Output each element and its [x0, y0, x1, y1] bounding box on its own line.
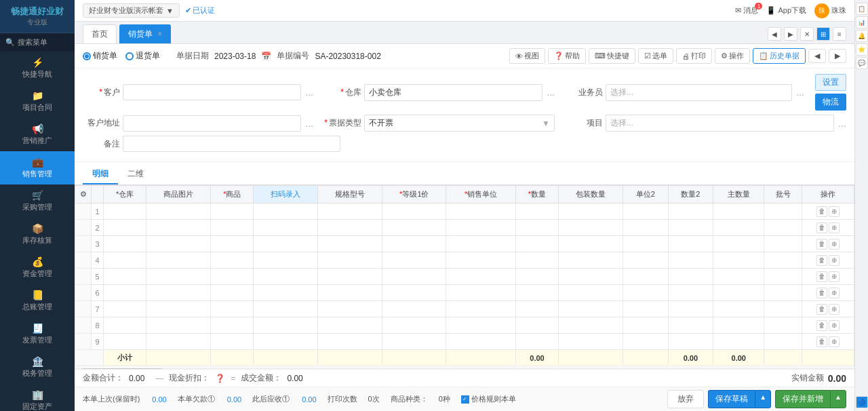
row-main-qty-cell[interactable] — [713, 236, 764, 252]
row-product-cell[interactable] — [211, 220, 254, 236]
row-unit2-cell[interactable] — [623, 252, 669, 269]
row-grade-price-cell[interactable] — [382, 203, 446, 220]
salesperson-dots[interactable]: ... — [796, 87, 804, 98]
row-product-img-cell[interactable] — [146, 269, 211, 285]
row-main-qty-cell[interactable] — [713, 252, 764, 269]
row-grade-price-cell[interactable] — [382, 317, 446, 334]
row-product-cell[interactable] — [211, 269, 254, 285]
row-scan-cell[interactable] — [254, 220, 318, 236]
row-qty-cell[interactable] — [515, 301, 558, 317]
row-pack-qty-cell[interactable] — [559, 285, 623, 301]
row-delete-button[interactable]: 🗑 — [816, 206, 827, 217]
row-copy-button[interactable]: ⊕ — [829, 336, 840, 347]
row-grade-price-cell[interactable] — [382, 252, 446, 269]
row-qty2-cell[interactable] — [668, 269, 713, 285]
row-warehouse-cell[interactable] — [104, 252, 146, 269]
row-qty2-cell[interactable] — [668, 236, 713, 252]
row-unit2-cell[interactable] — [623, 334, 669, 350]
row-copy-button[interactable]: ⊕ — [829, 271, 840, 282]
row-grade-price-cell[interactable] — [382, 220, 446, 236]
radio-return-order[interactable]: 退货单 — [125, 50, 160, 62]
row-main-qty-cell[interactable] — [713, 285, 764, 301]
row-scan-cell[interactable] — [254, 252, 318, 269]
row-delete-button[interactable]: 🗑 — [816, 239, 827, 250]
row-product-img-cell[interactable] — [146, 252, 211, 269]
row-copy-button[interactable]: ⊕ — [829, 288, 840, 298]
row-sales-unit-cell[interactable] — [446, 236, 516, 252]
row-delete-button[interactable]: 🗑 — [816, 288, 827, 298]
view-button[interactable]: 👁 视图 — [509, 48, 545, 64]
customer-addr-input[interactable] — [123, 115, 301, 132]
row-spec-cell[interactable] — [318, 220, 382, 236]
row-pack-qty-cell[interactable] — [559, 252, 623, 269]
tab-prev-button[interactable]: ◀ — [768, 27, 781, 41]
setup-button[interactable]: 设置 — [815, 74, 846, 91]
project-dots[interactable]: ... — [838, 118, 846, 129]
row-unit2-cell[interactable] — [623, 220, 669, 236]
rp-btn-3[interactable]: 🔔 — [856, 30, 868, 42]
row-main-qty-cell[interactable] — [713, 317, 764, 334]
row-unit2-cell[interactable] — [623, 203, 669, 220]
row-spec-cell[interactable] — [318, 203, 382, 220]
sidebar-item-fixed-assets[interactable]: 🏢 固定资产 — [0, 384, 75, 411]
history-button[interactable]: 📋 历史单据 — [753, 48, 806, 64]
row-delete-button[interactable]: 🗑 — [816, 304, 827, 315]
row-sales-unit-cell[interactable] — [446, 203, 516, 220]
row-batch-cell[interactable] — [764, 317, 802, 334]
sidebar-item-inventory[interactable]: 📦 库存核算 — [0, 218, 75, 251]
detail-tab-list[interactable]: 明细 — [83, 165, 118, 184]
row-warehouse-cell[interactable] — [104, 334, 146, 350]
row-scan-cell[interactable] — [254, 285, 318, 301]
row-grade-price-cell[interactable] — [382, 269, 446, 285]
row-delete-button[interactable]: 🗑 — [816, 320, 827, 331]
row-spec-cell[interactable] — [318, 317, 382, 334]
row-batch-cell[interactable] — [764, 236, 802, 252]
row-pack-qty-cell[interactable] — [559, 301, 623, 317]
select-button[interactable]: ☑ 选单 — [638, 48, 673, 64]
calendar-icon[interactable]: 📅 — [261, 52, 271, 61]
salesperson-input[interactable]: 选择... — [606, 84, 792, 101]
project-input[interactable]: 选择... — [606, 115, 834, 132]
radio-sales-order[interactable]: 销货单 — [83, 50, 117, 62]
row-sales-unit-cell[interactable] — [446, 269, 516, 285]
row-spec-cell[interactable] — [318, 334, 382, 350]
col-settings[interactable]: ⚙ — [75, 186, 92, 203]
sidebar-item-project[interactable]: 📁 项目合同 — [0, 85, 75, 118]
row-qty-cell[interactable] — [515, 203, 558, 220]
sidebar-search[interactable]: 🔍 搜索菜单 — [0, 33, 75, 52]
row-qty2-cell[interactable] — [668, 317, 713, 334]
row-sales-unit-cell[interactable] — [446, 301, 516, 317]
row-pack-qty-cell[interactable] — [559, 334, 623, 350]
row-main-qty-cell[interactable] — [713, 334, 764, 350]
row-qty-cell[interactable] — [515, 252, 558, 269]
scrollbar-thumb[interactable] — [81, 368, 163, 369]
row-spec-cell[interactable] — [318, 285, 382, 301]
row-delete-button[interactable]: 🗑 — [816, 336, 827, 347]
shortcuts-button[interactable]: ⌨ 快捷键 — [589, 48, 635, 64]
row-spec-cell[interactable] — [318, 236, 382, 252]
row-product-img-cell[interactable] — [146, 301, 211, 317]
row-scan-cell[interactable] — [254, 334, 318, 350]
row-product-cell[interactable] — [211, 334, 254, 350]
tab-home[interactable]: 首页 — [83, 24, 117, 43]
sidebar-item-invoice[interactable]: 🧾 发票管理 — [0, 317, 75, 351]
save-new-arrow-button[interactable]: ▲ — [830, 390, 846, 408]
app-download-button[interactable]: 📱 App下载 — [766, 5, 806, 16]
row-scan-cell[interactable] — [254, 301, 318, 317]
row-scan-cell[interactable] — [254, 203, 318, 220]
row-batch-cell[interactable] — [764, 334, 802, 350]
row-unit2-cell[interactable] — [623, 236, 669, 252]
row-batch-cell[interactable] — [764, 252, 802, 269]
row-qty2-cell[interactable] — [668, 285, 713, 301]
row-product-cell[interactable] — [211, 236, 254, 252]
row-qty-cell[interactable] — [515, 220, 558, 236]
row-grade-price-cell[interactable] — [382, 334, 446, 350]
row-sales-unit-cell[interactable] — [446, 252, 516, 269]
save-new-main-button[interactable]: 保存并新增 — [775, 390, 830, 408]
row-warehouse-cell[interactable] — [104, 269, 146, 285]
row-unit2-cell[interactable] — [623, 285, 669, 301]
sidebar-item-tax[interactable]: 🏦 税务管理 — [0, 351, 75, 384]
sidebar-item-purchase[interactable]: 🛒 采购管理 — [0, 184, 75, 218]
row-spec-cell[interactable] — [318, 252, 382, 269]
discard-button[interactable]: 放弃 — [667, 390, 704, 408]
